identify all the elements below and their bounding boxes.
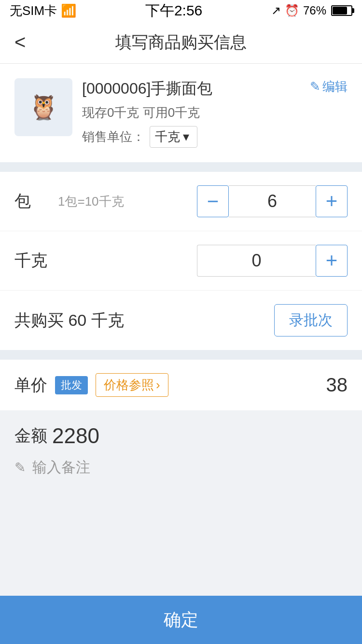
- chevron-right-icon: ›: [156, 378, 160, 392]
- unit-dropdown[interactable]: 千克 ▾: [150, 126, 197, 148]
- edit-button[interactable]: ✎ 编辑: [310, 78, 348, 95]
- confirm-button[interactable]: 确定: [0, 596, 362, 644]
- nav-bar: < 填写商品购买信息: [0, 21, 362, 64]
- status-time: 下午2:56: [145, 1, 202, 21]
- amount-row: 金额 2280: [14, 424, 348, 448]
- amount-label: 金额: [14, 425, 47, 447]
- kilogram-increment-button[interactable]: +: [316, 245, 348, 277]
- battery-icon: [331, 5, 352, 16]
- status-bar: 无SIM卡 📶 下午2:56 ↗ ⏰ 76%: [0, 0, 362, 21]
- price-reference-button[interactable]: 价格参照 ›: [96, 373, 168, 397]
- package-quantity-control: − +: [197, 185, 348, 217]
- product-unit-row: 销售单位： 千克 ▾: [82, 126, 348, 148]
- package-decrement-button[interactable]: −: [197, 185, 229, 217]
- product-card: 🦉 [0000006]手撕面包 ✎ 编辑 现存0千克 可用0千克 销售单位： 千…: [0, 64, 362, 162]
- alarm-icon: ⏰: [285, 4, 299, 17]
- amount-value: 2280: [52, 424, 99, 448]
- wifi-icon: 📶: [61, 3, 76, 18]
- edit-icon: ✎: [310, 79, 320, 94]
- total-text: 共购买 60 千克: [14, 309, 124, 332]
- dropdown-arrow-icon: ▾: [183, 129, 189, 144]
- batch-button[interactable]: 录批次: [274, 304, 348, 336]
- package-quantity-input[interactable]: [229, 185, 316, 217]
- carrier-label: 无SIM卡: [10, 2, 57, 19]
- divider-1: [0, 162, 362, 172]
- back-button[interactable]: <: [14, 31, 26, 53]
- price-row: 单价 批发 价格参照 › 38: [14, 373, 348, 397]
- kilogram-label: 千克: [14, 250, 53, 272]
- kilogram-quantity-input[interactable]: [197, 245, 316, 277]
- status-left: 无SIM卡 📶: [10, 2, 76, 19]
- battery-percent: 76%: [303, 4, 326, 17]
- price-label: 单价: [14, 374, 47, 396]
- package-hint: 1包=10千克: [58, 193, 197, 210]
- price-left: 单价 批发 价格参照 ›: [14, 373, 168, 397]
- location-icon: ↗: [271, 4, 281, 17]
- input-section: 包 1包=10千克 − + 千克 +: [0, 172, 362, 291]
- product-image: 🦉: [14, 78, 72, 136]
- package-row: 包 1包=10千克 − +: [0, 172, 362, 231]
- package-label: 包: [14, 190, 53, 212]
- product-stock: 现存0千克 可用0千克: [82, 104, 348, 121]
- unit-label: 销售单位：: [82, 128, 145, 145]
- amount-section: 金额 2280 ✎ 输入备注: [0, 410, 362, 491]
- package-increment-button[interactable]: +: [316, 185, 348, 217]
- page-title: 填写商品购买信息: [115, 31, 247, 54]
- product-info: [0000006]手撕面包 ✎ 编辑 现存0千克 可用0千克 销售单位： 千克 …: [82, 78, 348, 148]
- price-section: 单价 批发 价格参照 › 38: [0, 360, 362, 410]
- product-name: [0000006]手撕面包: [82, 78, 212, 99]
- kilogram-row: 千克 +: [0, 231, 362, 291]
- divider-2: [0, 350, 362, 360]
- wholesale-tag: 批发: [55, 376, 88, 394]
- note-edit-icon: ✎: [14, 460, 26, 476]
- note-row[interactable]: ✎ 输入备注: [14, 458, 348, 477]
- price-value: 38: [326, 374, 348, 396]
- product-logo-icon: 🦉: [28, 93, 58, 121]
- status-right: ↗ ⏰ 76%: [271, 4, 352, 17]
- kilogram-quantity-control: +: [197, 245, 348, 277]
- note-label: 输入备注: [32, 458, 90, 477]
- total-row: 共购买 60 千克 录批次: [0, 291, 362, 350]
